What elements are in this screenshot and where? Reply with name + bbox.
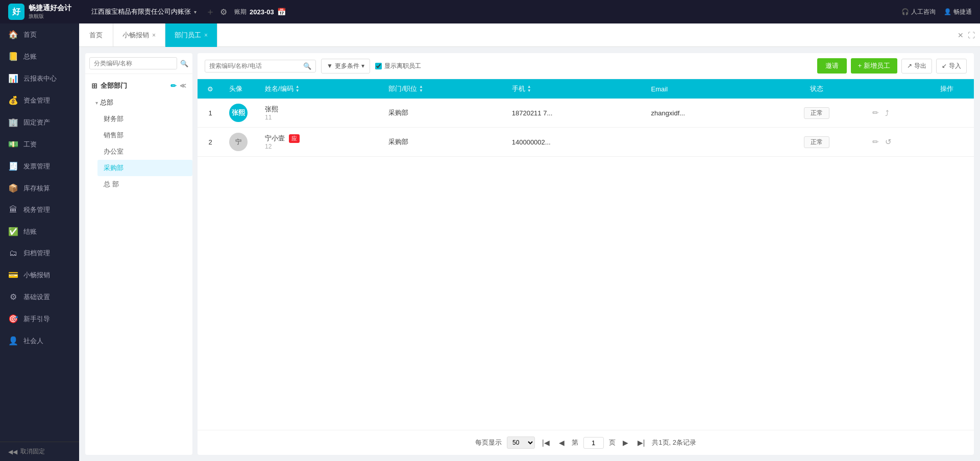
row-actions-1: ✏ ⤴: [866, 99, 974, 128]
next-page-button[interactable]: ▶: [621, 438, 630, 448]
sidebar-item-guide[interactable]: 🎯 新手引导: [0, 308, 79, 330]
sidebar-item-settings[interactable]: ⚙ 基础设置: [0, 286, 79, 308]
col-email-header: Email: [645, 79, 767, 99]
tab-home[interactable]: 首页: [79, 23, 113, 46]
app-name: 畅捷通好会计: [29, 4, 71, 13]
dept-child-purchase[interactable]: 采购部: [97, 160, 192, 176]
dept-parent-zongbu[interactable]: ▾ 总部: [89, 94, 192, 111]
all-dept-item[interactable]: ⊞ 全部部门 ✏ ≪: [85, 77, 192, 94]
last-page-button[interactable]: ▶|: [635, 438, 647, 448]
dept-search-input[interactable]: [89, 57, 177, 69]
sidebar-item-invoice[interactable]: 🧾 发票管理: [0, 155, 79, 177]
page-label: 第: [572, 438, 578, 447]
chevron-down-icon: ▾: [194, 9, 197, 15]
row-avatar-2: 宁: [223, 128, 259, 157]
row-phone-2: 140000002...: [506, 128, 645, 157]
ledger-icon: 📒: [8, 52, 18, 61]
sidebar-item-expense[interactable]: 💳 小畅报销: [0, 264, 79, 286]
dept-child-finance[interactable]: 财务部: [97, 111, 192, 127]
sidebar-item-archive[interactable]: 🗂 归档管理: [0, 242, 79, 264]
grid-icon: ⊞: [91, 82, 97, 90]
sidebar-item-checkout[interactable]: ✅ 结账: [0, 221, 79, 242]
row-status-1: 正常: [767, 99, 866, 128]
show-resigned-checkbox[interactable]: [375, 63, 382, 69]
sidebar-item-funds[interactable]: 💰 资金管理: [0, 89, 79, 111]
app-edition: 旗舰版: [29, 13, 71, 20]
export-button[interactable]: ↗ 导出: [901, 59, 932, 74]
col-name-header[interactable]: 姓名/编码 ▲▼: [259, 79, 382, 99]
cancel-pin-button[interactable]: ◀◀ 取消固定: [8, 447, 71, 456]
dept-search-icon[interactable]: 🔍: [180, 60, 188, 67]
employee-search-icon[interactable]: 🔍: [303, 62, 311, 70]
total-info: 共1页, 2条记录: [652, 438, 696, 447]
company-name: 江西服宝精品有限责任公司内账张: [91, 7, 191, 16]
sidebar-item-tax[interactable]: 🏛 税务管理: [0, 199, 79, 221]
col-settings-header[interactable]: ⚙: [198, 79, 223, 99]
tab-dept-employee[interactable]: 部门员工 ×: [165, 23, 217, 47]
col-dept-header[interactable]: 部门/职位 ▲▼: [382, 79, 505, 99]
employee-search-box: 🔍: [205, 60, 316, 72]
sidebar-item-home[interactable]: 🏠 首页: [0, 23, 79, 45]
row-index-1: 1: [198, 99, 223, 128]
dept-edit-icon[interactable]: ✏: [170, 82, 177, 90]
tab-expense[interactable]: 小畅报销 ×: [113, 23, 165, 47]
pin-icon: ◀◀: [8, 448, 17, 455]
expand-tab-button[interactable]: ⛶: [968, 31, 975, 39]
sidebar-item-social[interactable]: 👤 社会人: [0, 330, 79, 352]
delete-employee-1-icon[interactable]: ⤴: [885, 109, 889, 117]
row-dept-1: 采购部: [382, 99, 505, 128]
filter-icon: ▼: [327, 62, 333, 69]
edit-employee-1-icon[interactable]: ✏: [872, 108, 879, 117]
headset-icon: 🎧: [901, 8, 909, 15]
per-page-select[interactable]: 50 20 100: [507, 436, 535, 449]
row-phone-1: 18720211 7...: [506, 99, 645, 128]
sidebar-item-assets[interactable]: 🏢 固定资产: [0, 111, 79, 133]
per-page-label: 每页显示: [475, 438, 502, 447]
badge-ying: 应: [289, 134, 300, 143]
first-page-button[interactable]: |◀: [540, 438, 552, 448]
invite-button[interactable]: 邀请: [817, 58, 847, 74]
import-button[interactable]: ↙ 导入: [936, 59, 967, 74]
user-icon: 👤: [944, 8, 951, 15]
calendar-icon[interactable]: 📅: [277, 8, 286, 16]
edit-employee-2-icon[interactable]: ✏: [872, 137, 879, 147]
row-avatar-1: 张熙: [223, 99, 259, 128]
dept-child-office[interactable]: 办公室: [97, 143, 192, 160]
reports-icon: 📊: [8, 74, 18, 83]
add-employee-button[interactable]: + 新增员工: [851, 58, 897, 74]
more-filters-button[interactable]: ▼ 更多条件 ▾: [321, 59, 370, 74]
ai-consult-button[interactable]: 🎧 人工咨询: [901, 8, 936, 16]
avatar-ning: 宁: [229, 133, 248, 151]
company-selector[interactable]: 江西服宝精品有限责任公司内账张 ▾: [87, 5, 201, 18]
inventory-icon: 📦: [8, 183, 18, 193]
dept-collapse-icon[interactable]: ≪: [180, 82, 186, 89]
guide-icon: 🎯: [8, 314, 18, 324]
settings-icon[interactable]: ⚙: [220, 7, 227, 17]
add-company-button[interactable]: ＋: [206, 6, 215, 18]
dept-child-sales[interactable]: 销售部: [97, 127, 192, 143]
sidebar-item-salary[interactable]: 💵 工资: [0, 133, 79, 155]
employee-search-input[interactable]: [209, 62, 301, 69]
col-phone-header[interactable]: 手机 ▲▼: [506, 79, 645, 99]
invoice-icon: 🧾: [8, 161, 18, 171]
sidebar-item-ledger[interactable]: 📒 总账: [0, 45, 79, 67]
assets-icon: 🏢: [8, 117, 18, 127]
triangle-icon: ▾: [95, 100, 98, 106]
prev-page-button[interactable]: ◀: [557, 438, 567, 448]
col-avatar-header: 头像: [223, 79, 259, 99]
social-icon: 👤: [8, 336, 18, 346]
close-expense-tab-icon[interactable]: ×: [152, 32, 156, 39]
refresh-employee-2-icon[interactable]: ↺: [885, 137, 892, 147]
close-dept-tab-icon[interactable]: ×: [204, 32, 208, 39]
col-status-header: 状态: [767, 79, 866, 99]
close-tab-button[interactable]: ✕: [958, 31, 964, 39]
row-name-2: 宁小壹 应 12: [259, 128, 382, 157]
table-settings-icon[interactable]: ⚙: [207, 85, 213, 93]
archive-icon: 🗂: [8, 249, 18, 258]
row-email-2: [645, 128, 767, 157]
user-profile[interactable]: 👤 畅捷通: [944, 8, 972, 16]
sidebar-item-inventory[interactable]: 📦 库存核算: [0, 177, 79, 199]
sidebar-item-reports[interactable]: 📊 云报表中心: [0, 67, 79, 89]
dept-child-general[interactable]: 总 部: [97, 176, 192, 192]
page-number-input[interactable]: [583, 437, 604, 449]
